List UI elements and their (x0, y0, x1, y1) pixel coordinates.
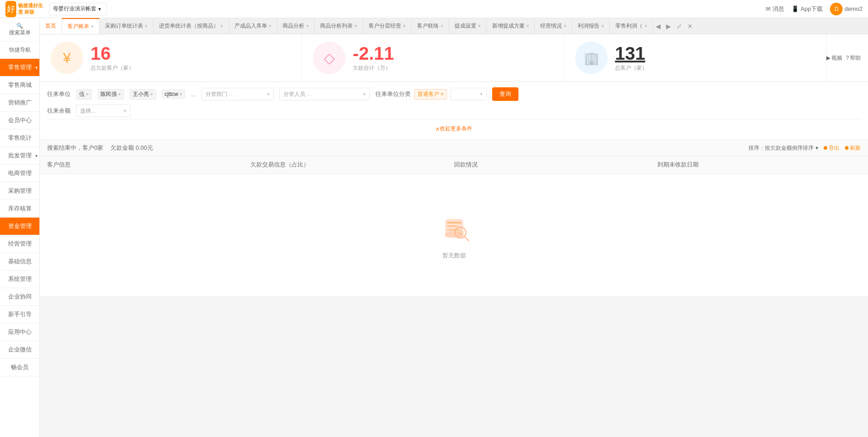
sidebar-item-label: 电商管理 (8, 170, 32, 176)
dept-filter-select[interactable]: 分管部门 ... ▾ (201, 88, 274, 100)
help-button[interactable]: ? 帮助 (846, 54, 861, 62)
tab-label: 采购订单统计表 (105, 22, 143, 30)
sidebar-item-retail-management[interactable]: 零售管理 ▾ (0, 59, 39, 76)
tab-label: 客户联络 (417, 22, 439, 30)
app-download-label: App下载 (801, 5, 823, 13)
tab-purchase-stats-by-product[interactable]: 进货单统计表（按商品） × (153, 18, 229, 34)
tab-product-analysis[interactable]: 商品分析 × (277, 18, 315, 34)
dept-filter-placeholder: 分管部门 (206, 90, 227, 98)
demo-account-label: 母婴行业演示帐套 (53, 5, 96, 13)
unit-class-select[interactable]: ▾ (451, 88, 487, 100)
tab-close-icon[interactable]: × (527, 24, 529, 28)
tab-product-inbound[interactable]: 产成品入库单 × (229, 18, 278, 34)
sidebar-item-inventory[interactable]: 库存核算 (0, 200, 39, 218)
avatar: D (830, 3, 843, 15)
sidebar-item-basic-info[interactable]: 基础信息 (0, 253, 39, 271)
sidebar-item-label: 零售商城 (8, 81, 32, 88)
sidebar-item-enterprise-wechat[interactable]: 企业微信 (0, 341, 39, 359)
sidebar-item-purchase[interactable]: 采购管理 (0, 182, 39, 200)
search-icon: 🔍 (16, 23, 23, 29)
svg-rect-3 (447, 225, 458, 227)
tab-label: 利润报告 (578, 22, 599, 30)
tab-close-icon[interactable]: × (269, 24, 272, 28)
tab-close-icon[interactable]: × (564, 24, 566, 28)
sidebar-item-app-center[interactable]: 应用中心 (0, 323, 39, 341)
chevron-up-icon: ∧ (436, 126, 440, 132)
sidebar-item-enterprise-collab[interactable]: 企业协同 (0, 288, 39, 306)
tab-close-icon[interactable]: × (403, 24, 406, 28)
tab-close-icon[interactable]: × (441, 24, 443, 28)
sidebar-search-label: 搜索菜单 (4, 29, 36, 37)
sidebar-item-wholesale[interactable]: 批发管理 ▾ (0, 147, 39, 165)
filter-more-button[interactable]: ... (191, 90, 196, 98)
tab-close-icon[interactable]: × (601, 24, 604, 28)
sidebar-item-operations[interactable]: 经营管理 (0, 235, 39, 253)
tab-close-icon[interactable]: × (145, 24, 148, 28)
tab-prev-button[interactable]: ◀ (653, 23, 663, 30)
sidebar-item-system[interactable]: 系统管理 (0, 271, 39, 288)
sidebar-item-member-center[interactable]: 会员中心 (0, 112, 39, 129)
chevron-down-icon: ▾ (98, 6, 101, 12)
refresh-button[interactable]: 刷新 (845, 144, 861, 152)
filter-row-2: 往来余额 选择... ▾ (47, 104, 861, 117)
sidebar-item-marketing[interactable]: 营销推广 (0, 94, 39, 112)
tab-close-icon[interactable]: × (478, 24, 481, 28)
video-button[interactable]: ▶ 视频 (826, 54, 842, 62)
query-button[interactable]: 查询 (492, 87, 518, 101)
sidebar-quick-nav[interactable]: 快捷导航 (0, 42, 39, 59)
tab-close-icon[interactable]: × (306, 24, 309, 28)
tab-label: 零售利润（ (615, 22, 643, 30)
customer-type-tag: 普通客户 × (414, 89, 447, 100)
tab-maximize-button[interactable]: ⤢ (674, 23, 685, 30)
sidebar-item-ecommerce[interactable]: 电商管理 (0, 165, 39, 182)
search-result-right: 排序：按欠款金额倒序排序 ▾ 导出 刷新 (748, 144, 861, 152)
filter-tag-close-3[interactable]: × (150, 92, 153, 97)
app-download-button[interactable]: 📱 App下载 (791, 5, 823, 13)
filter-tag-close-4[interactable]: × (180, 92, 182, 97)
tab-close-all-button[interactable]: ✕ (685, 23, 695, 30)
filter-collapse-label: 收起更多条件 (440, 125, 472, 133)
tab-customer-contact[interactable]: 客户联络 × (412, 18, 449, 34)
sidebar-search[interactable]: 🔍 搜索菜单 (0, 18, 39, 42)
tab-label: 商品分析 (283, 22, 304, 30)
data-table: 客户信息 欠款交易信息（占比） 回款情况 到期未收款日期 (40, 156, 868, 296)
sidebar-item-member[interactable]: 畅会员 (0, 359, 39, 376)
message-button[interactable]: ✉ 消息 (766, 5, 784, 13)
table-header-debt: 欠款交易信息（占比） (250, 161, 454, 169)
sidebar-item-retail-mall[interactable]: 零售商城 (0, 76, 39, 94)
tab-product-analysis-list[interactable]: 商品分析列表 × (315, 18, 363, 34)
demo-account-select[interactable]: 母婴行业演示帐套 ▾ (49, 3, 107, 15)
sidebar-item-label: 畅会员 (11, 364, 29, 370)
tab-close-icon[interactable]: × (644, 24, 647, 28)
export-button[interactable]: 导出 (824, 144, 839, 152)
tab-profit-report[interactable]: 利润报告 × (572, 18, 610, 34)
help-label: 帮助 (850, 54, 861, 62)
tab-close-icon[interactable]: × (355, 24, 357, 28)
tab-customer-ledger[interactable]: 客户账本 × (62, 18, 100, 34)
tab-close-icon[interactable]: × (221, 24, 223, 28)
tab-close-icon[interactable]: × (91, 24, 94, 29)
tab-next-button[interactable]: ▶ (663, 23, 674, 30)
stat-info-customers: 16 总欠款客户（家） (91, 44, 134, 72)
sort-select[interactable]: 排序：按欠款金额倒序排序 ▾ (748, 144, 818, 152)
tab-retail-profit[interactable]: 零售利润（ × (610, 18, 653, 34)
customer-type-close[interactable]: × (441, 91, 444, 97)
tab-home[interactable]: 首页 (40, 18, 62, 34)
balance-filter-select[interactable]: 选择... ▾ (76, 104, 130, 117)
tab-purchase-order-stats[interactable]: 采购订单统计表 × (100, 18, 153, 34)
sidebar-item-new-guide[interactable]: 新手引导 (0, 306, 39, 323)
tab-add-commission-plan[interactable]: 新增提成方案 × (487, 18, 535, 34)
search-result-debt: 欠款金额 0.00元 (110, 144, 153, 151)
sidebar-item-finance[interactable]: 资金管理 (0, 218, 39, 235)
video-icon: ▶ (826, 55, 830, 61)
user-avatar-button[interactable]: D demo2 (830, 3, 863, 15)
tab-customer-tier[interactable]: 客户分层经营 × (363, 18, 412, 34)
filter-tag-close-1[interactable]: × (86, 92, 89, 97)
filter-collapse-button[interactable]: ∧ 收起更多条件 (434, 123, 474, 134)
svg-rect-2 (447, 222, 461, 223)
tab-operations-status[interactable]: 经营情况 × (535, 18, 572, 34)
filter-tag-close-2[interactable]: × (118, 92, 121, 97)
manager-filter-select[interactable]: 分管人员 ... ▾ (279, 88, 370, 100)
tab-commission-settings[interactable]: 提成设置 × (449, 18, 487, 34)
sidebar-item-retail-stats[interactable]: 零售统计 (0, 129, 39, 147)
